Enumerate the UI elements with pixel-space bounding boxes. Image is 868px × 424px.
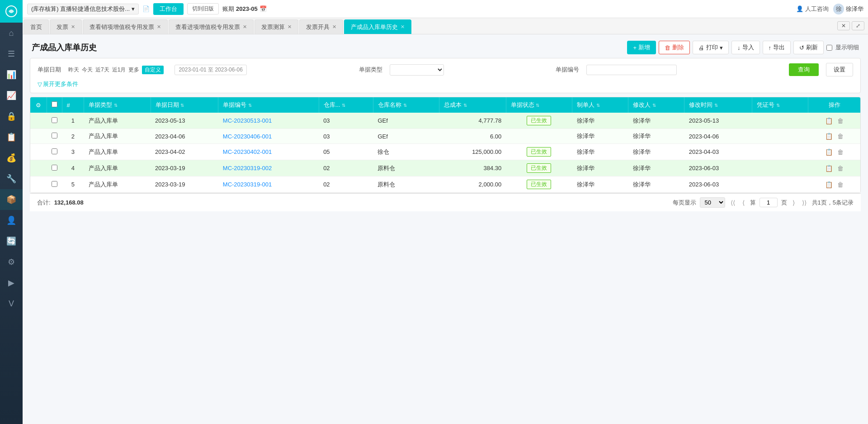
company-selector[interactable]: (库存核算) 直播轻捷通信息技术股份... ▾: [27, 4, 139, 14]
tab-check-output[interactable]: 查看销项增值税专用发票 ✕: [83, 19, 168, 34]
delete-button[interactable]: 🗑 删除: [659, 41, 690, 54]
col-warehouse-code[interactable]: 仓库... ⇅: [319, 97, 373, 113]
set-button[interactable]: 设置: [826, 63, 853, 76]
workbench-button[interactable]: 工作台: [153, 3, 184, 15]
tab-check-input-close[interactable]: ✕: [243, 24, 247, 30]
row-number-1[interactable]: MC-20230406-001: [218, 129, 319, 144]
sidebar-item-tools[interactable]: 🔧: [0, 168, 23, 189]
last-page-button[interactable]: ⟩⟩: [800, 198, 808, 207]
col-checkbox[interactable]: [47, 97, 62, 113]
tab-invoice[interactable]: 发票 ✕: [50, 19, 82, 34]
col-type[interactable]: 单据类型 ⇅: [84, 97, 151, 113]
col-voucher[interactable]: 凭证号 ⇅: [752, 97, 808, 113]
row-number-link-4[interactable]: MC-20230319-001: [223, 181, 272, 188]
new-button[interactable]: + 新增: [627, 41, 656, 54]
tab-calc-close[interactable]: ✕: [288, 24, 292, 30]
row-delete-button-1[interactable]: 🗑: [836, 133, 845, 140]
row-check-2[interactable]: [52, 148, 57, 154]
import-button[interactable]: ↓ 导入: [731, 41, 760, 54]
col-warehouse-name[interactable]: 仓库名称 ⇅: [373, 97, 439, 113]
tab-invoice-close[interactable]: ✕: [71, 24, 75, 30]
col-creator[interactable]: 制单人 ⇅: [572, 97, 628, 113]
row-edit-button-3[interactable]: 📋: [824, 165, 834, 172]
tab-check-input[interactable]: 查看进项增值税专用发票 ✕: [169, 19, 254, 34]
row-edit-button-1[interactable]: 📋: [824, 133, 834, 140]
row-checkbox-4[interactable]: [47, 176, 62, 193]
row-checkbox-0[interactable]: [47, 113, 62, 129]
row-number-4[interactable]: MC-20230319-001: [218, 176, 319, 193]
row-number-0[interactable]: MC-20230513-001: [218, 113, 319, 129]
expand-filter-button[interactable]: ▽ 展开更多条件: [38, 80, 78, 88]
row-number-link-2[interactable]: MC-20230402-001: [223, 148, 272, 155]
date-custom[interactable]: 自定义: [142, 66, 164, 74]
col-total-cost[interactable]: 总成本 ⇅: [439, 97, 506, 113]
row-edit-button-2[interactable]: 📋: [824, 148, 834, 156]
sidebar-item-settings[interactable]: ⚙: [0, 252, 23, 272]
row-edit-button-4[interactable]: 📋: [824, 181, 834, 188]
export-button[interactable]: ↑ 导出: [763, 41, 791, 54]
sidebar-item-report[interactable]: 📊: [0, 64, 23, 85]
row-check-1[interactable]: [52, 133, 57, 138]
row-delete-button-4[interactable]: 🗑: [836, 181, 845, 188]
row-delete-button-0[interactable]: 🗑: [836, 117, 845, 124]
row-delete-button-2[interactable]: 🗑: [836, 148, 845, 156]
prev-page-button[interactable]: ⟨: [741, 198, 746, 207]
date-yesterday[interactable]: 昨天: [68, 66, 79, 74]
sidebar-item-document[interactable]: 📋: [0, 127, 23, 148]
sidebar-item-analysis[interactable]: 📈: [0, 85, 23, 106]
tab-issue-close[interactable]: ✕: [332, 24, 336, 30]
switch-period-button[interactable]: 切到旧版: [187, 3, 219, 14]
tab-issue[interactable]: 发票开具 ✕: [299, 19, 343, 34]
sidebar-item-inventory[interactable]: 📦: [0, 189, 23, 210]
next-page-button[interactable]: ⟩: [791, 198, 797, 207]
date-today[interactable]: 今天: [82, 66, 93, 74]
row-check-3[interactable]: [52, 165, 57, 171]
row-checkbox-2[interactable]: [47, 144, 62, 160]
row-check-4[interactable]: [52, 181, 57, 187]
type-filter-select[interactable]: 产品入库单: [390, 64, 444, 76]
row-number-link-3[interactable]: MC-20230319-002: [223, 165, 272, 172]
tab-product-history[interactable]: 产成品入库单历史 ✕: [344, 19, 411, 34]
row-delete-button-3[interactable]: 🗑: [836, 165, 845, 172]
row-edit-button-0[interactable]: 📋: [824, 117, 834, 124]
sidebar-item-user[interactable]: 👤: [0, 210, 23, 231]
col-modifier[interactable]: 修改人 ⇅: [628, 97, 684, 113]
sidebar-item-run[interactable]: ▶: [0, 272, 23, 293]
page-size-select[interactable]: 50 20 100: [700, 197, 725, 208]
col-modify-time[interactable]: 修改时间 ⇅: [684, 97, 752, 113]
row-checkbox-1[interactable]: [47, 129, 62, 144]
sidebar-item-home[interactable]: ⌂: [0, 23, 23, 43]
sidebar-item-v[interactable]: V: [0, 293, 23, 314]
date-more[interactable]: 更多: [128, 66, 139, 74]
query-button[interactable]: 查询: [789, 63, 819, 76]
sidebar-item-menu[interactable]: ☰: [0, 43, 23, 64]
tab-maximize-button[interactable]: ⤢: [852, 21, 864, 30]
print-button[interactable]: 🖨 打印 ▾: [693, 41, 729, 54]
col-number[interactable]: 单据编号 ⇅: [218, 97, 319, 113]
row-check-0[interactable]: [52, 117, 57, 123]
row-checkbox-3[interactable]: [47, 160, 62, 176]
row-number-link-1[interactable]: MC-20230406-001: [223, 133, 272, 140]
period-calendar-icon[interactable]: 📅: [259, 5, 267, 12]
refresh-button[interactable]: ↺ 刷新: [793, 41, 824, 54]
page-number-input[interactable]: [760, 198, 778, 207]
select-all-checkbox[interactable]: [52, 101, 57, 107]
row-number-3[interactable]: MC-20230319-002: [218, 160, 319, 176]
tab-product-history-close[interactable]: ✕: [401, 24, 405, 30]
date-7days[interactable]: 近7天: [95, 66, 109, 74]
customer-service[interactable]: 👤 人工咨询: [796, 5, 829, 13]
col-settings[interactable]: ⚙: [30, 97, 47, 113]
tab-calc[interactable]: 发票测算 ✕: [255, 19, 298, 34]
tab-close-button[interactable]: ✕: [837, 21, 850, 30]
first-page-button[interactable]: ⟨⟨: [729, 198, 737, 207]
col-date[interactable]: 单据日期 ⇅: [151, 97, 218, 113]
display-detail-checkbox[interactable]: [826, 45, 832, 51]
sidebar-item-sync[interactable]: 🔄: [0, 231, 23, 252]
sidebar-item-finance[interactable]: 💰: [0, 148, 23, 168]
display-detail-toggle[interactable]: 显示明细: [826, 43, 859, 52]
user-menu[interactable]: 徐 徐泽华: [833, 4, 863, 14]
number-filter-input[interactable]: [586, 65, 677, 75]
col-status[interactable]: 单据状态 ⇅: [506, 97, 572, 113]
row-number-link-0[interactable]: MC-20230513-001: [223, 117, 272, 124]
tab-check-output-close[interactable]: ✕: [157, 24, 161, 30]
